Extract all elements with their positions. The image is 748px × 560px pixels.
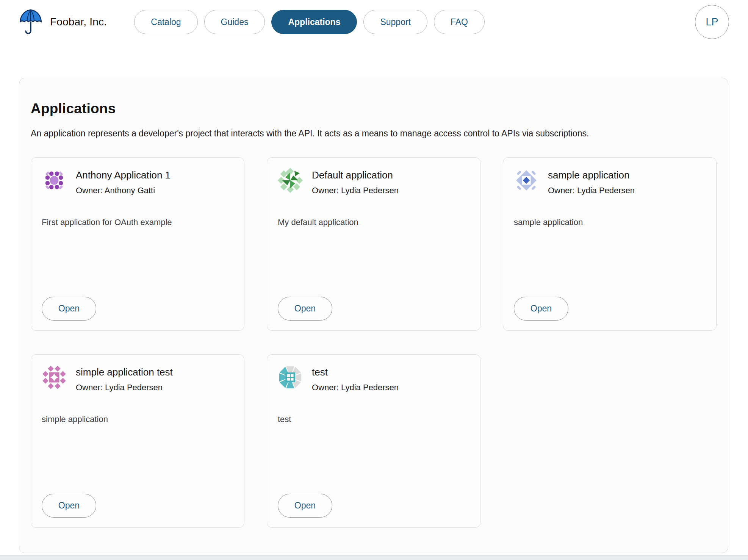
application-name: Default application bbox=[312, 169, 399, 181]
header: Foobar, Inc. Catalog Guides Applications… bbox=[0, 0, 748, 44]
application-card: simple application test Owner: Lydia Ped… bbox=[31, 354, 244, 528]
application-owner: Owner: Lydia Pedersen bbox=[312, 383, 399, 393]
user-avatar[interactable]: LP bbox=[695, 5, 729, 39]
application-owner: Owner: Lydia Pedersen bbox=[548, 186, 635, 196]
application-name: simple application test bbox=[76, 366, 173, 378]
nav-item-catalog[interactable]: Catalog bbox=[134, 10, 197, 34]
footer-strip bbox=[0, 555, 748, 560]
application-description: My default application bbox=[278, 217, 469, 228]
card-header: test Owner: Lydia Pedersen bbox=[278, 365, 469, 393]
open-application-button[interactable]: Open bbox=[42, 297, 96, 321]
application-card: sample application Owner: Lydia Pedersen… bbox=[503, 157, 717, 331]
card-title-block: Default application Owner: Lydia Pederse… bbox=[312, 168, 399, 196]
nav-item-support[interactable]: Support bbox=[363, 10, 427, 34]
identicon-blue-diamond-icon bbox=[514, 168, 539, 193]
application-name: sample application bbox=[548, 169, 635, 181]
card-title-block: simple application test Owner: Lydia Ped… bbox=[76, 365, 173, 393]
application-owner: Owner: Anthony Gatti bbox=[76, 186, 171, 196]
umbrella-icon bbox=[19, 8, 42, 36]
nav-item-applications[interactable]: Applications bbox=[271, 10, 357, 34]
application-card: test Owner: Lydia Pedersen test Open bbox=[267, 354, 480, 528]
applications-grid: Anthony Application 1 Owner: Anthony Gat… bbox=[31, 157, 717, 528]
applications-panel: Applications An application represents a… bbox=[19, 78, 728, 553]
card-header: simple application test Owner: Lydia Ped… bbox=[42, 365, 233, 393]
card-title-block: test Owner: Lydia Pedersen bbox=[312, 365, 399, 393]
application-description: First application for OAuth example bbox=[42, 217, 233, 228]
application-description: sample application bbox=[514, 217, 706, 228]
page-title: Applications bbox=[31, 101, 717, 117]
application-name: Anthony Application 1 bbox=[76, 169, 171, 181]
open-application-button[interactable]: Open bbox=[278, 494, 332, 518]
identicon-pink-star-icon bbox=[42, 365, 67, 390]
application-owner: Owner: Lydia Pedersen bbox=[76, 383, 173, 393]
card-title-block: Anthony Application 1 Owner: Anthony Gat… bbox=[76, 168, 171, 196]
application-card: Default application Owner: Lydia Pederse… bbox=[267, 157, 480, 331]
application-description: test bbox=[278, 414, 469, 425]
application-card: Anthony Application 1 Owner: Anthony Gat… bbox=[31, 157, 244, 331]
identicon-purple-dots-icon bbox=[42, 168, 67, 193]
application-description: simple application bbox=[42, 414, 233, 425]
nav-item-faq[interactable]: FAQ bbox=[434, 10, 485, 34]
card-header: Default application Owner: Lydia Pederse… bbox=[278, 168, 469, 196]
card-header: Anthony Application 1 Owner: Anthony Gat… bbox=[42, 168, 233, 196]
identicon-green-pinwheel-icon bbox=[278, 168, 303, 193]
page-description: An application represents a developer's … bbox=[31, 127, 709, 140]
identicon-teal-window-icon bbox=[278, 365, 303, 390]
open-application-button[interactable]: Open bbox=[278, 297, 332, 321]
open-application-button[interactable]: Open bbox=[514, 297, 568, 321]
brand-name: Foobar, Inc. bbox=[50, 16, 107, 28]
main-nav: Catalog Guides Applications Support FAQ bbox=[134, 10, 485, 34]
nav-item-guides[interactable]: Guides bbox=[204, 10, 265, 34]
card-header: sample application Owner: Lydia Pedersen bbox=[514, 168, 706, 196]
card-title-block: sample application Owner: Lydia Pedersen bbox=[548, 168, 635, 196]
open-application-button[interactable]: Open bbox=[42, 494, 96, 518]
application-name: test bbox=[312, 366, 399, 378]
application-owner: Owner: Lydia Pedersen bbox=[312, 186, 399, 196]
